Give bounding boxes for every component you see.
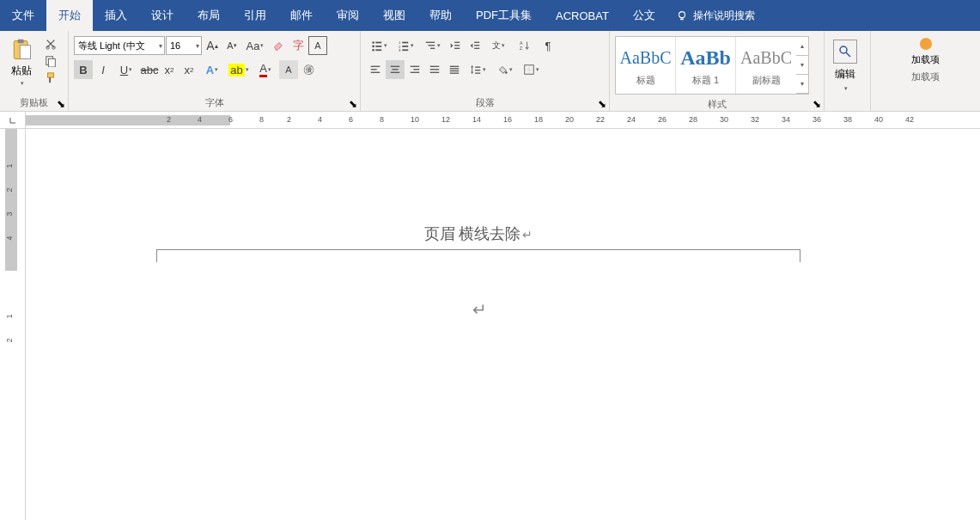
strikethrough-button[interactable]: abc	[140, 60, 159, 79]
addin-button[interactable]: 加载项	[911, 53, 940, 65]
clipboard-dialog-launcher[interactable]: ⬊	[56, 99, 66, 109]
menu-design[interactable]: 设计	[139, 0, 186, 31]
style-name-label: 标题	[636, 74, 655, 87]
ruler-tick: 10	[411, 115, 419, 124]
increase-indent-button[interactable]	[466, 36, 484, 55]
svg-point-55	[840, 46, 847, 53]
ruler-tick: 30	[720, 115, 728, 124]
paragraph-dialog-launcher[interactable]: ⬊	[597, 99, 607, 109]
vertical-ruler[interactable]: 432112	[0, 129, 26, 520]
svg-point-9	[372, 41, 374, 44]
borders-button[interactable]: ▾	[518, 60, 544, 79]
editing-button[interactable]: 编辑 ▾	[828, 34, 862, 97]
format-painter-button[interactable]	[43, 70, 58, 86]
bold-button[interactable]: B	[74, 60, 93, 79]
menu-pdf-tools[interactable]: PDF工具集	[464, 0, 544, 31]
underline-button[interactable]: U▾	[113, 60, 139, 79]
svg-rect-18	[402, 46, 408, 47]
font-size-combo[interactable]: 16▾	[166, 36, 202, 55]
font-family-combo[interactable]: 等线 Light (中文▾	[74, 36, 165, 55]
shrink-font-button[interactable]: A▾	[222, 36, 241, 55]
phonetic-guide-button[interactable]: 字	[289, 36, 307, 55]
superscript-button[interactable]: x2	[180, 60, 198, 79]
character-shading-button[interactable]: A	[279, 60, 298, 79]
paste-button[interactable]: 粘贴 ▾	[3, 34, 40, 90]
tab-selector[interactable]	[0, 112, 26, 128]
character-border-button[interactable]: A	[308, 36, 327, 55]
paragraph-mark[interactable]: ↵	[472, 299, 487, 320]
decrease-indent-button[interactable]	[446, 36, 465, 55]
numbering-button[interactable]: 123▾	[393, 36, 418, 55]
sort-button[interactable]: AZ	[512, 36, 538, 55]
subscript-button[interactable]: x2	[160, 60, 179, 79]
line-spacing-button[interactable]: ▾	[465, 60, 490, 79]
addins-group-label: 加载项	[874, 69, 977, 85]
ruler-tick: 4	[318, 115, 322, 124]
gallery-scroll-down[interactable]: ▾	[796, 56, 808, 75]
ruler-tick: 12	[441, 115, 450, 124]
cut-button[interactable]	[43, 36, 58, 52]
shading-button[interactable]: ▾	[491, 60, 517, 79]
scissors-icon	[45, 38, 57, 50]
enclose-characters-button[interactable]: ㊝	[299, 60, 318, 79]
grow-font-button[interactable]: A▴	[203, 36, 222, 55]
svg-rect-40	[411, 72, 420, 73]
font-color-button[interactable]: A▾	[253, 60, 278, 79]
asian-layout-button[interactable]: 文▾	[485, 36, 511, 55]
distributed-button[interactable]	[445, 60, 464, 79]
menu-file[interactable]: 文件	[0, 0, 46, 31]
menu-review[interactable]: 审阅	[325, 0, 371, 31]
italic-button[interactable]: I	[94, 60, 113, 79]
menu-insert[interactable]: 插入	[93, 0, 139, 31]
menu-view[interactable]: 视图	[371, 0, 417, 31]
justify-button[interactable]	[425, 60, 444, 79]
multilevel-list-button[interactable]: ▾	[419, 36, 445, 55]
svg-rect-50	[475, 73, 480, 74]
menu-layout[interactable]: 布局	[186, 0, 232, 31]
gallery-expand[interactable]: ▾	[796, 75, 808, 94]
tell-me-search[interactable]: 操作说明搜索	[676, 0, 755, 31]
ruler-tick: 24	[627, 115, 636, 124]
ruler-tick: 40	[874, 115, 883, 124]
menu-home[interactable]: 开始	[46, 0, 93, 31]
horizontal-ruler[interactable]: 8642246810121416182022242628303234363840…	[26, 112, 980, 128]
align-right-button[interactable]	[405, 60, 424, 79]
text-effects-button[interactable]: A▾	[199, 60, 225, 79]
style-heading1[interactable]: AaBb 标题 1	[676, 37, 736, 94]
svg-rect-48	[475, 67, 480, 68]
group-addins: 加载项 加载项	[871, 31, 980, 111]
menu-help[interactable]: 帮助	[417, 0, 464, 31]
ruler-tick: 2	[287, 115, 291, 124]
group-font: 等线 Light (中文▾ 16▾ A▴ A▾ Aa▾ 字 A B I U▾ a…	[69, 31, 361, 111]
vruler-tick: 2	[5, 187, 14, 192]
change-case-button[interactable]: Aa▾	[242, 36, 268, 55]
svg-rect-45	[450, 68, 460, 69]
page-header[interactable]: 页眉 横线去除	[156, 223, 800, 250]
styles-gallery: AaBbC 标题 AaBb 标题 1 AaBbC 副标题 ▴ ▾ ▾	[615, 36, 809, 95]
eraser-icon	[272, 40, 284, 52]
show-hide-button[interactable]: ¶	[539, 36, 557, 55]
svg-rect-28	[474, 45, 479, 46]
svg-rect-27	[474, 42, 479, 43]
bullets-button[interactable]: ▾	[366, 36, 392, 55]
style-subtitle[interactable]: AaBbC 副标题	[736, 37, 796, 94]
align-center-button[interactable]	[386, 60, 405, 79]
align-left-button[interactable]	[366, 60, 385, 79]
svg-rect-14	[375, 49, 381, 51]
copy-button[interactable]	[43, 53, 58, 69]
highlight-button[interactable]: ab▾	[226, 60, 252, 79]
gallery-scroll-up[interactable]: ▴	[796, 37, 808, 56]
document-canvas[interactable]: 页眉 横线去除 ↵	[26, 129, 980, 520]
style-title[interactable]: AaBbC 标题	[616, 37, 676, 94]
styles-dialog-launcher[interactable]: ⬊	[812, 99, 822, 109]
clear-formatting-button[interactable]	[269, 36, 288, 55]
svg-rect-8	[48, 73, 54, 77]
menu-mailings[interactable]: 邮件	[278, 0, 325, 31]
menu-acrobat[interactable]: ACROBAT	[544, 0, 621, 31]
menu-references[interactable]: 引用	[232, 0, 278, 31]
outdent-icon	[449, 40, 461, 52]
font-dialog-launcher[interactable]: ⬊	[348, 99, 358, 109]
menu-official-doc[interactable]: 公文	[621, 0, 667, 31]
header-text[interactable]: 页眉 横线去除	[156, 223, 800, 249]
chevron-down-icon: ▾	[196, 42, 199, 50]
